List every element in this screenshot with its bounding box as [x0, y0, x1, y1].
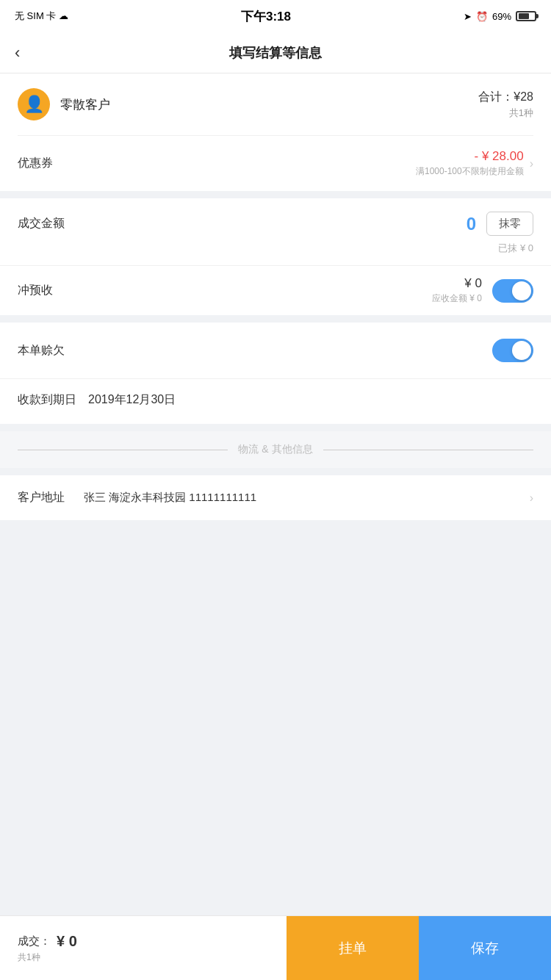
round-zero-button[interactable]: 抹零: [486, 212, 533, 236]
coupon-label: 优惠券: [18, 156, 53, 171]
back-button[interactable]: ‹: [15, 37, 29, 68]
transaction-value: 0: [467, 214, 476, 234]
address-chevron-icon: ›: [530, 491, 533, 505]
debt-toggle-knob: [512, 341, 531, 360]
prepay-right: ¥ 0 应收金额 ¥ 0: [432, 276, 533, 305]
coupon-amount: - ¥ 28.00: [416, 149, 524, 164]
prepay-toggle[interactable]: [492, 279, 533, 303]
prepay-amount: ¥ 0: [432, 276, 482, 291]
page-title: 填写结算等信息: [229, 44, 322, 62]
deal-label: 成交：: [18, 934, 51, 948]
debt-label: 本单赊欠: [18, 343, 65, 359]
logistics-section: 物流 & 其他信息: [0, 431, 551, 468]
customer-left: 👤 零散客户: [18, 88, 110, 120]
address-section: 客户地址 张三 海淀永丰科技园 11111111111 ›: [0, 475, 551, 520]
no-sim-text: 无 SIM 卡 ☁: [15, 10, 68, 23]
debt-row: 本单赊欠: [0, 323, 551, 378]
due-date-label: 收款到期日: [18, 392, 76, 408]
deal-amount: ¥ 0: [57, 933, 77, 950]
status-left: 无 SIM 卡 ☁: [15, 10, 68, 23]
alarm-icon: ⏰: [476, 11, 488, 22]
bottom-bar: 成交： ¥ 0 共1种 挂单 保存: [0, 915, 551, 980]
chevron-right-icon: ›: [530, 157, 533, 170]
prepay-label: 冲预收: [18, 283, 53, 298]
coupon-desc: 满1000-100不限制使用金额: [416, 165, 524, 178]
avatar: 👤: [18, 88, 50, 120]
customer-name: 零散客户: [60, 96, 110, 113]
deal-count: 共1种: [18, 951, 269, 964]
customer-row: 👤 零散客户 合计：¥28 共1种: [0, 73, 551, 135]
due-date-row: 收款到期日 2019年12月30日: [0, 378, 551, 424]
due-date-value: 2019年12月30日: [88, 392, 176, 408]
debt-toggle[interactable]: [492, 339, 533, 362]
coupon-row[interactable]: 优惠券 - ¥ 28.00 满1000-100不限制使用金额 ›: [0, 136, 551, 191]
status-right: ➤ ⏰ 69%: [464, 11, 536, 22]
status-bar: 无 SIM 卡 ☁ 下午3:18 ➤ ⏰ 69%: [0, 0, 551, 32]
prepay-sub: 应收金额 ¥ 0: [432, 292, 482, 305]
location-icon: ➤: [464, 11, 472, 22]
total-count: 共1种: [478, 107, 533, 120]
status-time: 下午3:18: [241, 8, 291, 25]
bottom-deal: 成交： ¥ 0: [18, 933, 269, 950]
transaction-sub: 已抹 ¥ 0: [0, 242, 551, 265]
prepay-row: 冲预收 ¥ 0 应收金额 ¥ 0: [0, 265, 551, 315]
save-button[interactable]: 保存: [419, 916, 551, 981]
transaction-right: 0 抹零: [467, 212, 533, 236]
transaction-row: 成交金额 0 抹零: [0, 198, 551, 242]
coupon-right: - ¥ 28.00 满1000-100不限制使用金额 ›: [416, 149, 533, 178]
transaction-label: 成交金额: [18, 212, 65, 231]
battery-percent: 69%: [492, 11, 511, 22]
address-row[interactable]: 客户地址 张三 海淀永丰科技园 11111111111 ›: [0, 475, 551, 520]
bottom-info: 成交： ¥ 0 共1种: [0, 933, 287, 964]
logistics-line-right: [323, 450, 533, 450]
address-value: 张三 海淀永丰科技园 11111111111: [84, 491, 530, 505]
address-label: 客户地址: [18, 490, 76, 505]
battery-icon: [516, 11, 536, 21]
customer-section: 👤 零散客户 合计：¥28 共1种 优惠券 - ¥ 28.00 满1000-10…: [0, 73, 551, 191]
hold-button[interactable]: 挂单: [287, 916, 419, 981]
customer-right: 合计：¥28 共1种: [478, 90, 533, 120]
nav-bar: ‹ 填写结算等信息: [0, 32, 551, 73]
total-amount: 合计：¥28: [478, 90, 533, 105]
transaction-section: 成交金额 0 抹零 已抹 ¥ 0 冲预收 ¥ 0 应收金额 ¥ 0: [0, 198, 551, 315]
toggle-knob: [512, 281, 531, 300]
logistics-header: 物流 & 其他信息: [0, 431, 551, 468]
coupon-value: - ¥ 28.00 满1000-100不限制使用金额: [416, 149, 524, 178]
logistics-text: 物流 & 其他信息: [238, 443, 312, 456]
prepay-value: ¥ 0 应收金额 ¥ 0: [432, 276, 482, 305]
avatar-icon: 👤: [24, 95, 44, 114]
content: 👤 零散客户 合计：¥28 共1种 优惠券 - ¥ 28.00 满1000-10…: [0, 73, 551, 601]
logistics-line-left: [18, 450, 228, 450]
debt-section: 本单赊欠 收款到期日 2019年12月30日: [0, 323, 551, 424]
